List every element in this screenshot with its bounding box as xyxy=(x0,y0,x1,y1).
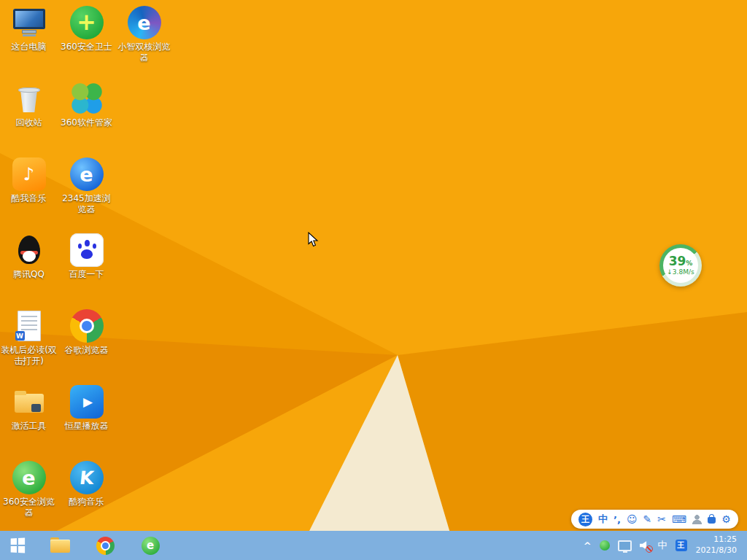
desktop-icon-art: e xyxy=(12,461,46,494)
ime-toolbar[interactable]: 王 中 ’, ☺ ✎ ✂ ⌨ ⚙ xyxy=(571,510,738,529)
desktop-icon-label: 腾讯QQ xyxy=(13,269,44,280)
tray-hidden-icons-arrow[interactable]: ^ xyxy=(584,540,592,551)
ime-user-icon[interactable] xyxy=(692,515,702,524)
desktop-icon-grid: 这台电脑 回收站 ♪ 酷我音乐 腾讯QQ W 装机后 xyxy=(0,4,173,535)
ime-item-glyph: ’, xyxy=(614,514,621,525)
desktop-icon-label: 激活工具 xyxy=(12,421,47,432)
tray-icon-glyph: ^ xyxy=(584,540,592,551)
taskbar-pinned-apps: e xyxy=(45,531,165,560)
windows-logo-icon xyxy=(11,538,25,553)
desktop-icon-hengxing-player[interactable]: ▶ 恒星播放器 xyxy=(58,384,115,459)
desktop-icon-art xyxy=(12,385,46,419)
desktop-icon-glyph: e xyxy=(128,6,161,39)
start-button[interactable] xyxy=(0,531,35,560)
desktop-icon-glyph: W xyxy=(15,331,25,341)
ime-item-glyph: ✂ xyxy=(657,513,666,525)
desktop-icon-label: 回收站 xyxy=(16,117,42,128)
progress-ball-content: 39% ↓3.8M/s xyxy=(659,244,702,287)
desktop-icon-label: 谷歌浏览器 xyxy=(65,345,109,356)
desktop-icon-glyph xyxy=(20,251,38,254)
desktop-icon-label: 恒星播放器 xyxy=(65,421,109,432)
desktop-icon-label: 这台电脑 xyxy=(12,42,47,52)
desktop-icon-art: e xyxy=(70,158,104,191)
ime-item-glyph: 中 xyxy=(598,513,608,526)
desktop-icon-kuwo-music[interactable]: ♪ 酷我音乐 xyxy=(0,156,58,232)
progress-percent-sign: % xyxy=(686,260,692,267)
desktop-icon-art xyxy=(12,82,46,115)
desktop-icon-art: e xyxy=(128,6,161,39)
tray-ime-logo[interactable]: 王 xyxy=(676,540,687,551)
clock-time: 11:25 xyxy=(696,534,737,545)
mouse-cursor-icon xyxy=(308,232,320,248)
desktop-icon-art: W xyxy=(12,309,46,343)
desktop-icon-art xyxy=(70,82,104,115)
ime-clipboard-icon[interactable]: ✂ xyxy=(657,513,666,525)
desktop-icon-glyph xyxy=(31,404,41,412)
progress-percent: 39% xyxy=(669,255,693,268)
ime-punctuation[interactable]: ’, xyxy=(614,514,621,525)
desktop-icon-label: 2345加速浏览器 xyxy=(58,193,115,215)
desktop-icon-baidu-search[interactable]: 百度一下 xyxy=(58,232,115,308)
desktop-icon-2345-browser[interactable]: e 2345加速浏览器 xyxy=(58,156,115,232)
desktop-icon-glyph xyxy=(70,309,104,343)
desktop-icon-art: + xyxy=(70,6,104,39)
download-speed-text: ↓3.8M/s xyxy=(667,269,694,276)
desktop-icon-glyph: ▶ xyxy=(70,385,104,419)
desktop-icon-label: 酷狗音乐 xyxy=(69,497,104,508)
desktop-icon-glyph xyxy=(12,82,46,115)
clock-date: 2021/8/30 xyxy=(696,545,737,556)
desktop-icon-setup-readme[interactable]: W 装机后必读(双击打开) xyxy=(0,308,58,384)
ime-settings-icon[interactable]: ⚙ xyxy=(721,513,731,525)
desktop-icon-art: K xyxy=(70,461,104,494)
ime-item-glyph: ⚙ xyxy=(721,513,731,525)
desktop-icon-label: 装机后必读(双击打开) xyxy=(1,345,58,367)
ime-item-glyph: 王 xyxy=(581,514,589,525)
desktop-icon-360-safeguard[interactable]: + 360安全卫士 xyxy=(58,4,115,80)
desktop-icon-glyph xyxy=(12,6,46,39)
taskbar-tray-area: ^ 中 王 11:25 2021/8/30 xyxy=(584,534,747,556)
tray-ime-chinese-mode[interactable]: 中 xyxy=(658,539,667,552)
desktop-icon-glyph: + xyxy=(70,6,104,39)
desktop-icon-label: 360安全浏览器 xyxy=(1,497,58,518)
desktop-icon-art: ▶ xyxy=(70,385,104,419)
taskbar-app-icon xyxy=(96,537,115,555)
desktop-icon-label: 360软件管家 xyxy=(61,117,112,128)
desktop-icon-art: ♪ xyxy=(12,158,46,191)
taskbar-clock[interactable]: 11:25 2021/8/30 xyxy=(696,534,740,556)
tray-volume-muted-icon[interactable] xyxy=(640,541,650,551)
tray-display-icon[interactable] xyxy=(618,540,632,551)
desktop-icon-xiaozhi-browser[interactable]: e 小智双核浏览器 xyxy=(115,4,173,80)
desktop-icon-360-secure-browser[interactable]: e 360安全浏览器 xyxy=(0,459,58,535)
download-progress-ball[interactable]: 39% ↓3.8M/s xyxy=(659,244,702,287)
system-tray: ^ 中 王 xyxy=(584,539,687,552)
desktop-icon-tencent-qq[interactable]: 腾讯QQ xyxy=(0,232,58,308)
desktop-icon-label: 酷我音乐 xyxy=(12,193,47,204)
tray-360-icon[interactable] xyxy=(600,540,610,551)
ime-logo[interactable]: 王 xyxy=(578,513,592,526)
desktop-icon-this-pc[interactable]: 这台电脑 xyxy=(0,4,58,80)
ime-emoji-icon[interactable]: ☺ xyxy=(627,513,638,525)
desktop-icon-glyph: e xyxy=(70,158,104,191)
ime-skin-icon[interactable] xyxy=(708,517,716,524)
ime-item-glyph: ⌨ xyxy=(672,513,686,525)
desktop-icon-google-chrome[interactable]: 谷歌浏览器 xyxy=(58,308,115,384)
desktop-icon-recycle-bin[interactable]: 回收站 xyxy=(0,80,58,156)
desktop-icon-glyph: e xyxy=(12,461,46,494)
progress-percent-value: 39 xyxy=(669,254,686,268)
taskbar-app-icon xyxy=(50,537,70,553)
taskbar: e ^ 中 王 xyxy=(0,531,747,560)
ime-keyboard-icon[interactable]: ⌨ xyxy=(672,513,686,525)
tray-icon-glyph: 王 xyxy=(676,540,687,551)
desktop-icon-360-software-manager[interactable]: 360软件管家 xyxy=(58,80,115,156)
ime-item-glyph: ☺ xyxy=(627,513,638,525)
ime-handwriting-icon[interactable]: ✎ xyxy=(643,513,652,525)
ime-item-glyph: ✎ xyxy=(643,513,652,525)
desktop-icon-activation-tool[interactable]: 激活工具 xyxy=(0,384,58,459)
ime-mode-chinese[interactable]: 中 xyxy=(598,513,608,526)
taskbar-360-secure-browser[interactable]: e xyxy=(136,531,165,560)
desktop-icon-label: 小智双核浏览器 xyxy=(116,42,173,63)
desktop-icon-kugou-music[interactable]: K 酷狗音乐 xyxy=(58,459,115,535)
taskbar-google-chrome[interactable] xyxy=(90,531,120,560)
taskbar-file-explorer[interactable] xyxy=(45,531,74,560)
taskbar-app-icon: e xyxy=(142,537,160,555)
